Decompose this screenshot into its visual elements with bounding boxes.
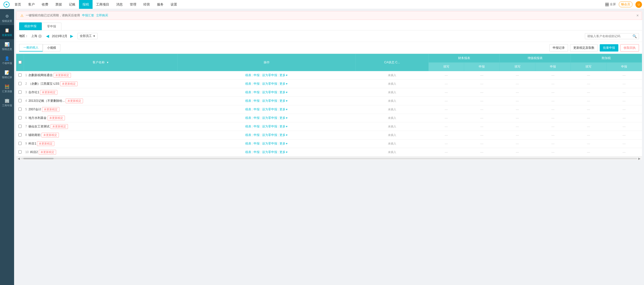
op-zero[interactable]: 设为零申报 (262, 108, 277, 111)
nav-home[interactable]: 首页 (11, 0, 25, 9)
op-more[interactable]: 更多▼ (279, 133, 288, 137)
search-icon[interactable]: 🔍 (632, 34, 637, 38)
op-declare[interactable]: 申报 (254, 116, 260, 120)
op-declare[interactable]: 申报 (254, 108, 260, 111)
row-checkbox-7[interactable] (18, 133, 22, 136)
op-tax-form[interactable]: 税表 (245, 133, 251, 137)
region-info-icon[interactable]: i (38, 34, 42, 38)
op-zero[interactable]: 设为零申报 (262, 133, 277, 137)
op-declare[interactable]: 申报 (254, 99, 260, 103)
op-tax-form[interactable]: 税表 (245, 108, 251, 111)
sidebar-item-tax-settings[interactable]: ⚙ 报税设置 (0, 11, 14, 25)
upgrade-button[interactable]: 畅会员 (619, 2, 632, 7)
sidebar-item-personal-tax[interactable]: 👤 个税申报 (0, 53, 14, 67)
taxpayer-general-button[interactable]: 一般的税人 (19, 44, 43, 52)
op-declare[interactable]: 申报 (254, 150, 260, 154)
nav-settings[interactable]: 设置 (167, 0, 181, 9)
tab-tax-filing[interactable]: 税款申报 (19, 22, 42, 30)
dept-select[interactable]: 全部员工 ▼ (77, 33, 98, 39)
nav-service[interactable]: 服务 (153, 0, 167, 9)
row-checkbox-1[interactable] (18, 82, 22, 85)
filing-record-button[interactable]: 申报记录 (549, 44, 568, 52)
search-input[interactable] (587, 34, 632, 38)
sidebar-item-tax-records[interactable]: 📝 报税记录 (0, 67, 14, 81)
row-checkbox-5[interactable] (18, 116, 22, 119)
svg-rect-3 (606, 5, 607, 6)
op-more[interactable]: 更多▼ (279, 73, 288, 77)
op-more[interactable]: 更多▼ (279, 82, 288, 85)
op-tax-form[interactable]: 税表 (245, 82, 251, 85)
op-zero[interactable]: 设为零申报 (262, 82, 277, 85)
scroll-left-arrow[interactable]: ◀ (17, 157, 21, 160)
select-all-checkbox[interactable] (18, 61, 22, 64)
op-more[interactable]: 更多▼ (279, 116, 288, 120)
date-next-button[interactable]: ▶ (69, 33, 74, 39)
op-tax-form[interactable]: 税表 (245, 73, 251, 77)
scroll-thumb[interactable] (23, 158, 54, 159)
op-declare[interactable]: 申报 (254, 82, 260, 85)
vat-fill-val: — (516, 74, 519, 77)
op-declare[interactable]: 申报 (254, 142, 260, 145)
extra-declare-val: — (623, 99, 626, 103)
op-more[interactable]: 更多▼ (279, 142, 288, 145)
op-more[interactable]: 更多▼ (279, 108, 288, 111)
op-tax-form[interactable]: 税表 (245, 125, 251, 128)
op-zero[interactable]: 设为零申报 (262, 116, 277, 120)
sidebar-item-biz-report[interactable]: 🏢 工商年报 (0, 96, 14, 110)
finance-fill-val: — (445, 116, 448, 120)
nav-message[interactable]: 消息 (113, 0, 126, 9)
op-declare[interactable]: 申报 (254, 73, 260, 77)
op-more[interactable]: 更多▼ (279, 125, 288, 128)
op-tax-form[interactable]: 税表 (245, 150, 251, 154)
row-checkbox-0[interactable] (18, 73, 22, 77)
op-more[interactable]: 更多▼ (279, 150, 288, 154)
nav-fee[interactable]: 收费 (38, 0, 52, 9)
notice-close-button[interactable]: × (636, 13, 639, 18)
op-zero[interactable]: 设为零申报 (262, 142, 277, 145)
row-checkbox-3[interactable] (18, 99, 22, 102)
calc-clear-icon: 🧮 (5, 84, 10, 89)
nav-customer[interactable]: 客户 (25, 0, 38, 9)
op-zero[interactable]: 设为零申报 (262, 125, 277, 128)
op-declare[interactable]: 申报 (254, 133, 260, 137)
nav-biz[interactable]: 工商项目 (93, 0, 113, 9)
tab-zero-filing[interactable]: 零申报 (42, 23, 61, 30)
op-more[interactable]: 更多▼ (279, 90, 288, 94)
sidebar-item-batch-tax[interactable]: 📋 批量报税 (0, 25, 14, 39)
op-tax-form[interactable]: 税表 (245, 116, 251, 120)
op-zero[interactable]: 设为零申报 (262, 150, 277, 154)
update-params-button[interactable]: 更新税定及取数 (570, 44, 598, 52)
row-checkbox-4[interactable] (18, 108, 22, 111)
row-checkbox-6[interactable] (18, 125, 22, 128)
row-checkbox-8[interactable] (18, 142, 22, 145)
op-declare[interactable]: 申报 (254, 90, 260, 94)
nav-invoice[interactable]: 票据 (52, 0, 65, 9)
notice-link-summary[interactable]: 申报汇签 (82, 13, 94, 18)
nav-manage[interactable]: 管理 (126, 0, 140, 9)
op-more[interactable]: 更多▼ (279, 99, 288, 103)
op-declare[interactable]: 申报 (254, 125, 260, 128)
horizontal-scrollbar[interactable]: ◀ ▶ (16, 157, 642, 160)
sidebar-item-tax-overview[interactable]: 📊 报税总览 (0, 39, 14, 53)
op-tax-form[interactable]: 税表 (245, 90, 251, 94)
nav-operation[interactable]: 经营 (140, 0, 153, 9)
user-avatar[interactable]: U (635, 1, 642, 8)
notice-link-buy[interactable]: 立即购买 (96, 13, 108, 18)
op-tax-form[interactable]: 税表 (245, 142, 251, 145)
collect-return-button[interactable]: 收取回执 (620, 44, 639, 52)
taxpayer-small-button[interactable]: 小规模 (43, 44, 60, 52)
op-zero[interactable]: 设为零申报 (262, 90, 277, 94)
fullscreen-button[interactable]: 全屏 (605, 2, 616, 7)
sort-icon[interactable]: ▼ (106, 61, 109, 64)
nav-accounting[interactable]: 记账 (65, 0, 79, 9)
nav-tax[interactable]: 报税 (79, 0, 93, 9)
op-zero[interactable]: 设为零申报 (262, 99, 277, 103)
scroll-right-arrow[interactable]: ▶ (637, 157, 641, 160)
sidebar-item-calc-clear[interactable]: 🧮 汇算清缴 (0, 81, 14, 96)
date-prev-button[interactable]: ◀ (45, 33, 50, 39)
row-checkbox-2[interactable] (18, 90, 22, 94)
op-tax-form[interactable]: 税表 (245, 99, 251, 103)
batch-filing-button[interactable]: 批量申报 (600, 44, 618, 52)
op-zero[interactable]: 设为零申报 (262, 73, 277, 77)
row-checkbox-9[interactable] (18, 150, 22, 154)
